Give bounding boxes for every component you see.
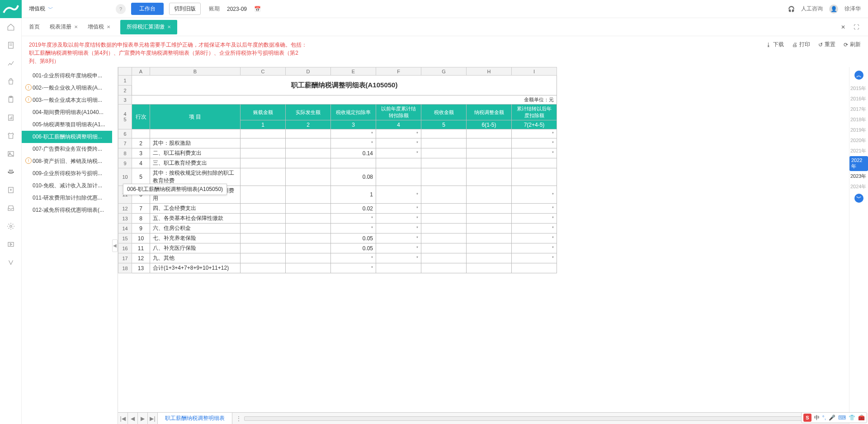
report-item[interactable]: 011-研发费用加计扣除优惠... (22, 192, 112, 204)
year-up-icon[interactable]: ︽ (854, 71, 863, 80)
refresh-icon: ⟳ (844, 42, 848, 48)
calendar-icon[interactable]: 📅 (254, 6, 261, 12)
report-item[interactable]: 001-企业所得税年度纳税申... (22, 70, 112, 82)
reset-button[interactable]: ↺重置 (818, 41, 835, 48)
ime-mic-icon[interactable]: 🎤 (829, 414, 835, 421)
year-down-icon[interactable]: ︾ (854, 194, 863, 203)
report-item[interactable]: 006-职工薪酬纳税调整明细... (22, 131, 112, 143)
user-avatar-icon[interactable]: 👤 (829, 5, 838, 14)
nav-bag-icon[interactable] (0, 72, 22, 91)
report-item[interactable]: 007-广告费和业务宣传费跨... (22, 143, 112, 155)
tab-tax-list[interactable]: 税表清册✕ (50, 18, 78, 36)
sheet-tab[interactable]: 职工薪酬纳税调整明细表 (158, 412, 232, 424)
nav-tshirt-icon[interactable] (0, 127, 22, 145)
sheet-nav-prev[interactable]: ◀ (128, 413, 138, 424)
report-item[interactable]: 003-一般企业成本支出明细... (22, 94, 112, 106)
nav-home-icon[interactable] (0, 18, 22, 36)
report-item[interactable]: 004-期间费用明细表(A1040... (22, 106, 112, 119)
year-option[interactable]: 2017年 (849, 104, 868, 114)
report-item[interactable]: 009-企业所得税弥补亏损明... (22, 167, 112, 180)
ime-punct-icon[interactable]: °, (822, 414, 826, 421)
svg-point-5 (9, 152, 10, 153)
app-logo (0, 0, 22, 18)
report-item[interactable]: 008-资产折旧、摊销及纳税... (22, 155, 112, 167)
nav-v-icon[interactable] (0, 253, 22, 272)
ime-toolbar[interactable]: S 中 °, 🎤 ⌨ 👕 🧰 (801, 412, 867, 423)
report-item[interactable]: 012-减免所得税优惠明细表(... (22, 204, 112, 216)
year-option[interactable]: 2021年 (849, 146, 868, 156)
close-all-icon[interactable]: ✕ (839, 22, 847, 32)
refresh-button[interactable]: ⟳刷新 (844, 41, 861, 48)
close-icon[interactable]: ✕ (74, 24, 78, 29)
left-sidebar (0, 0, 22, 424)
ime-logo-icon: S (803, 414, 811, 422)
collapse-panel-button[interactable]: ◀ (112, 239, 118, 252)
tab-vat[interactable]: 增值税✕ (88, 18, 110, 36)
nav-settings-icon[interactable] (0, 217, 22, 235)
nav-doc-icon[interactable] (0, 36, 22, 54)
report-item[interactable]: 005-纳税调整项目明细表(A1... (22, 119, 112, 131)
svg-point-7 (9, 225, 12, 228)
horizontal-scrollbar[interactable] (244, 416, 845, 421)
sheet-nav-first[interactable]: |◀ (118, 413, 128, 424)
ime-keyboard-icon[interactable]: ⌨ (838, 414, 846, 421)
tax-type-dropdown[interactable]: 增值税 ﹀ (29, 5, 110, 13)
topbar: 增值税 ﹀ ? 工作台 切到旧版 账期 2023-09 📅 🎧 人工咨询 👤 徐… (22, 0, 868, 18)
close-icon[interactable]: ✕ (107, 24, 110, 29)
dropdown-label: 增值税 (29, 5, 45, 13)
report-tooltip: 006-职工薪酬纳税调整明细表(A105050) (123, 184, 227, 195)
nav-video-icon[interactable] (0, 235, 22, 253)
ime-lang[interactable]: 中 (814, 414, 820, 422)
workbench-button[interactable]: 工作台 (131, 3, 164, 15)
report-item[interactable]: 002-一般企业收入明细表(A... (22, 82, 112, 94)
warning-message: 2019年度涉及取以前年度结转数据的申报表单元格需要手工维护正确，才能保证本年及… (29, 41, 309, 65)
nav-clipboard-icon[interactable] (0, 91, 22, 109)
sheet-footer: |◀ ◀ ▶ ▶| 职工薪酬纳税调整明细表 ⋮ (118, 412, 849, 424)
tab-income-tax[interactable]: 所得税汇算清缴✕ (120, 20, 177, 34)
chevron-down-icon: ﹀ (48, 5, 53, 13)
headset-icon: 🎧 (788, 6, 795, 12)
nav-report-icon[interactable] (0, 109, 22, 127)
old-version-button[interactable]: 切到旧版 (169, 3, 201, 15)
print-button[interactable]: 🖨打印 (792, 41, 810, 48)
close-icon[interactable]: ✕ (167, 24, 171, 29)
ime-skin-icon[interactable]: 👕 (849, 414, 855, 421)
period-value[interactable]: 2023-09 (227, 6, 247, 12)
ime-tool-icon[interactable]: 🧰 (858, 414, 865, 421)
tab-bar: 首页 税表清册✕ 增值税✕ 所得税汇算清缴✕ ✕ ⛶ (22, 18, 868, 36)
nav-inbox-icon[interactable] (0, 199, 22, 217)
year-option[interactable]: 2023年 (849, 171, 868, 181)
year-option[interactable]: 2016年 (849, 94, 868, 104)
expand-icon[interactable]: ⛶ (852, 22, 861, 32)
period-label: 账期 (209, 5, 220, 13)
reset-icon: ↺ (818, 42, 823, 48)
nav-export-icon[interactable] (0, 181, 22, 199)
nav-chart-icon[interactable] (0, 54, 22, 72)
download-icon: ⭳ (766, 42, 771, 48)
sheet-nav-last[interactable]: ▶| (148, 413, 158, 424)
year-option[interactable]: 2015年 (849, 83, 868, 94)
report-list: 001-企业所得税年度纳税申...002-一般企业收入明细表(A...003-一… (22, 67, 112, 424)
user-name: 徐泽华 (844, 5, 861, 13)
spreadsheet[interactable]: ABCDEFGHI1职工薪酬纳税调整明细表(A105050)23金额单位：元45… (118, 67, 849, 412)
year-option[interactable]: 2019年 (849, 125, 868, 135)
help-icon[interactable]: ? (116, 4, 126, 14)
consult-link[interactable]: 人工咨询 (801, 5, 823, 13)
report-item[interactable]: 010-免税、减计收入及加计... (22, 180, 112, 192)
year-option[interactable]: 2018年 (849, 114, 868, 125)
tab-home[interactable]: 首页 (29, 18, 40, 36)
year-option[interactable]: 2022年 (849, 156, 868, 171)
year-rail: ︽ 2015年2016年2017年2018年2019年2020年2021年202… (849, 67, 868, 424)
svg-rect-8 (8, 243, 14, 247)
nav-bowl-icon[interactable] (0, 163, 22, 181)
download-button[interactable]: ⭳下载 (766, 41, 784, 48)
print-icon: 🖨 (792, 42, 797, 48)
nav-image-icon[interactable] (0, 145, 22, 163)
year-option[interactable]: 2024年 (849, 181, 868, 192)
sheet-nav-next[interactable]: ▶ (138, 413, 148, 424)
year-option[interactable]: 2020年 (849, 135, 868, 146)
scroll-split-icon[interactable]: ⋮ (236, 415, 241, 422)
